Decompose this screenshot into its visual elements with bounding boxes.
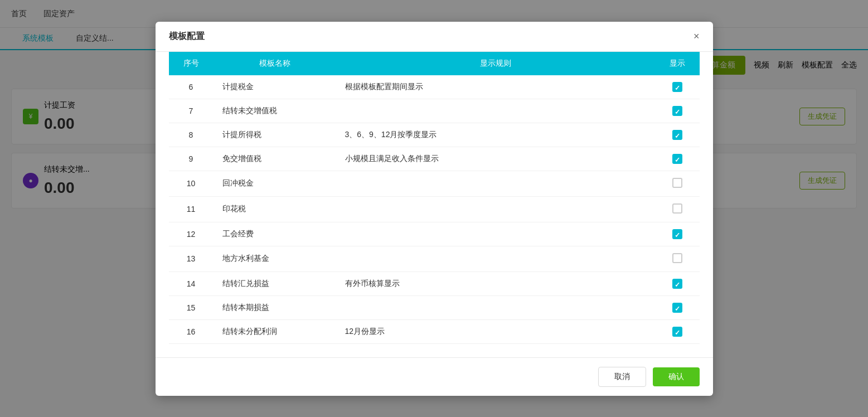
table-row: 14结转汇兑损益有外币核算显示 <box>169 271 700 295</box>
row-id: 14 <box>169 271 214 295</box>
table-row: 6计提税金根据模板配置期间显示 <box>169 75 700 99</box>
table-row: 9免交增值税小规模且满足收入条件显示 <box>169 147 700 171</box>
row-checkbox-cell <box>655 196 700 222</box>
modal-close-button[interactable]: × <box>694 31 700 41</box>
row-id: 16 <box>169 319 214 343</box>
row-name: 印花税 <box>214 196 336 222</box>
row-name: 免交增值税 <box>214 147 336 171</box>
row-rule <box>336 246 655 271</box>
row-id: 12 <box>169 222 214 246</box>
row-rule <box>336 222 655 246</box>
row-id: 11 <box>169 196 214 222</box>
template-config-modal: 模板配置 × 序号 模板名称 显示规则 显示 6计提税金根据模板配置期间显示7结… <box>156 22 713 396</box>
row-checkbox-cell <box>655 75 700 99</box>
row-rule: 有外币核算显示 <box>336 271 655 295</box>
table-row: 10回冲税金 <box>169 171 700 196</box>
row-checkbox[interactable] <box>672 253 682 263</box>
row-checkbox[interactable] <box>672 229 682 239</box>
row-id: 6 <box>169 75 214 99</box>
table-row: 11印花税 <box>169 196 700 222</box>
col-header-id: 序号 <box>169 52 214 75</box>
row-name: 工会经费 <box>214 222 336 246</box>
row-rule: 小规模且满足收入条件显示 <box>336 147 655 171</box>
row-name: 结转未分配利润 <box>214 319 336 343</box>
row-checkbox[interactable] <box>672 279 682 289</box>
row-rule: 3、6、9、12月按季度显示 <box>336 123 655 147</box>
row-checkbox-cell <box>655 295 700 319</box>
row-id: 10 <box>169 171 214 196</box>
row-name: 地方水利基金 <box>214 246 336 271</box>
row-name: 结转汇兑损益 <box>214 271 336 295</box>
table-row: 13地方水利基金 <box>169 246 700 271</box>
row-name: 计提税金 <box>214 75 336 99</box>
confirm-button[interactable]: 确认 <box>653 367 700 386</box>
row-checkbox[interactable] <box>672 303 682 313</box>
table-row: 15结转本期损益 <box>169 295 700 319</box>
table-row: 12工会经费 <box>169 222 700 246</box>
row-id: 8 <box>169 123 214 147</box>
row-rule <box>336 99 655 123</box>
row-checkbox[interactable] <box>672 130 682 140</box>
row-checkbox-cell <box>655 271 700 295</box>
table-header-row: 序号 模板名称 显示规则 显示 <box>169 52 700 75</box>
row-checkbox-cell <box>655 147 700 171</box>
row-rule <box>336 295 655 319</box>
row-checkbox[interactable] <box>672 82 682 92</box>
row-checkbox-cell <box>655 246 700 271</box>
row-checkbox-cell <box>655 123 700 147</box>
row-name: 计提所得税 <box>214 123 336 147</box>
col-header-name: 模板名称 <box>214 52 336 75</box>
row-id: 9 <box>169 147 214 171</box>
table-row: 8计提所得税3、6、9、12月按季度显示 <box>169 123 700 147</box>
row-rule <box>336 171 655 196</box>
modal-body: 序号 模板名称 显示规则 显示 6计提税金根据模板配置期间显示7结转未交增值税8… <box>156 52 713 357</box>
row-checkbox-cell <box>655 99 700 123</box>
row-name: 回冲税金 <box>214 171 336 196</box>
row-id: 15 <box>169 295 214 319</box>
row-name: 结转本期损益 <box>214 295 336 319</box>
table-row: 16结转未分配利润12月份显示 <box>169 319 700 343</box>
table-body: 6计提税金根据模板配置期间显示7结转未交增值税8计提所得税3、6、9、12月按季… <box>169 75 700 344</box>
modal-overlay: 模板配置 × 序号 模板名称 显示规则 显示 6计提税金根据模板配置期间显示7结… <box>0 0 868 417</box>
table-head: 序号 模板名称 显示规则 显示 <box>169 52 700 75</box>
row-checkbox[interactable] <box>672 154 682 164</box>
col-header-display: 显示 <box>655 52 700 75</box>
config-table: 序号 模板名称 显示规则 显示 6计提税金根据模板配置期间显示7结转未交增值税8… <box>169 52 700 344</box>
row-rule: 12月份显示 <box>336 319 655 343</box>
row-checkbox-cell <box>655 222 700 246</box>
row-name: 结转未交增值税 <box>214 99 336 123</box>
row-checkbox[interactable] <box>672 203 682 214</box>
row-id: 7 <box>169 99 214 123</box>
row-checkbox[interactable] <box>672 178 682 188</box>
modal-header: 模板配置 × <box>156 22 713 52</box>
row-checkbox[interactable] <box>672 106 682 116</box>
col-header-rule: 显示规则 <box>336 52 655 75</box>
modal-footer: 取消 确认 <box>156 357 713 396</box>
modal-title: 模板配置 <box>169 31 205 42</box>
row-id: 13 <box>169 246 214 271</box>
row-checkbox[interactable] <box>672 327 682 337</box>
table-row: 7结转未交增值税 <box>169 99 700 123</box>
row-checkbox-cell <box>655 319 700 343</box>
row-rule: 根据模板配置期间显示 <box>336 75 655 99</box>
row-rule <box>336 196 655 222</box>
row-checkbox-cell <box>655 171 700 196</box>
cancel-button[interactable]: 取消 <box>598 367 646 387</box>
